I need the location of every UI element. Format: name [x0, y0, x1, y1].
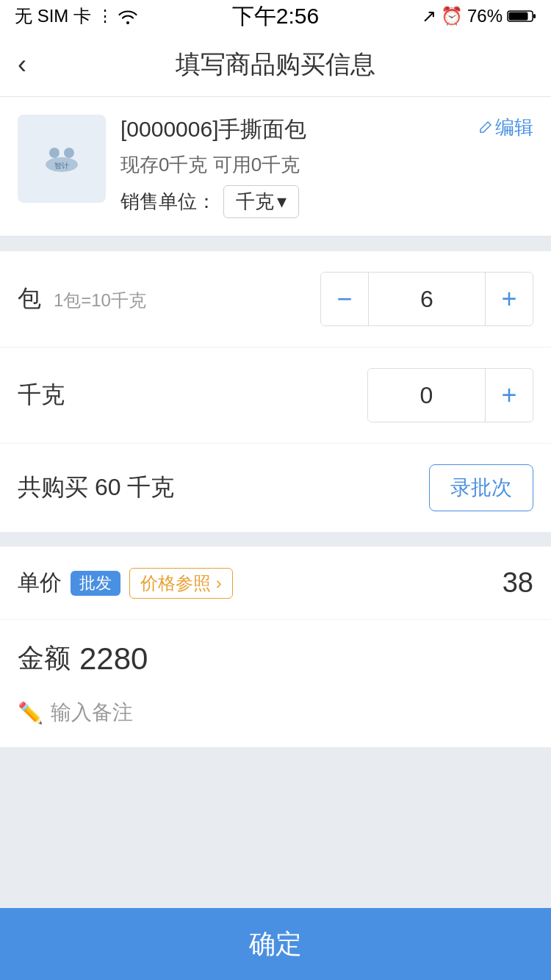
product-unit-row: 销售单位： 千克 ▾ — [120, 185, 533, 218]
battery-icon — [507, 9, 536, 24]
section-divider-1 — [0, 237, 551, 251]
kg-plus-button[interactable]: + — [486, 369, 533, 422]
svg-point-3 — [49, 148, 60, 158]
kg-input-row: 千克 + — [0, 347, 551, 444]
product-stock: 现存0千克 可用0千克 — [120, 152, 533, 178]
status-left: 无 SIM 卡 ⋮ — [15, 4, 138, 28]
bao-sublabel: 1包=10千克 — [54, 290, 146, 310]
unit-select[interactable]: 千克 ▾ — [223, 185, 299, 218]
bao-stepper: − + — [320, 272, 533, 326]
dropdown-icon: ▾ — [277, 190, 287, 213]
edit-icon — [478, 120, 492, 135]
status-time: 下午2:56 — [232, 1, 319, 32]
bao-input[interactable] — [368, 273, 486, 325]
product-name: [0000006]手撕面包 — [120, 115, 533, 145]
pencil-icon: ✏️ — [18, 701, 43, 725]
carrier-label: 无 SIM 卡 — [15, 4, 91, 28]
kg-label: 千克 — [18, 379, 367, 411]
bao-label: 包 1包=10千克 — [18, 283, 320, 315]
confirm-button-label: 确定 — [249, 926, 302, 962]
unit-label: 销售单位： — [120, 189, 216, 215]
batch-button[interactable]: 录批次 — [429, 464, 533, 511]
price-value: 38 — [503, 567, 533, 599]
product-image: 智计 — [18, 115, 106, 203]
alarm-icon: ⏰ — [441, 6, 463, 26]
price-type-badge: 批发 — [71, 571, 120, 596]
location-icon: ↗ — [422, 6, 436, 26]
product-info: [0000006]手撕面包 现存0千克 可用0千克 销售单位： 千克 ▾ — [120, 115, 533, 218]
nav-bar: ‹ 填写商品购买信息 — [0, 32, 551, 97]
note-placeholder: 输入备注 — [51, 699, 133, 727]
edit-button[interactable]: 编辑 — [478, 115, 533, 140]
bao-minus-button[interactable]: − — [321, 273, 368, 325]
bao-plus-button[interactable]: + — [486, 273, 533, 325]
amount-value: 2280 — [79, 641, 148, 677]
amount-row: 金额 2280 — [18, 641, 533, 691]
price-section: 单价 批发 价格参照 › 38 — [0, 547, 551, 619]
price-label: 单价 — [18, 568, 62, 598]
wifi-icon: ⋮ — [97, 7, 138, 26]
section-divider-2 — [0, 532, 551, 547]
svg-text:智计: 智计 — [54, 162, 69, 170]
input-section: 包 1包=10千克 − + 千克 + 共购买 60 千克 录批次 — [0, 251, 551, 532]
amount-section: 金额 2280 ✏️ 输入备注 — [0, 619, 551, 747]
product-card: 智计 [0000006]手撕面包 现存0千克 可用0千克 销售单位： 千克 ▾ … — [0, 97, 551, 237]
page-title: 填写商品购买信息 — [176, 48, 375, 82]
svg-rect-2 — [533, 14, 536, 18]
back-button[interactable]: ‹ — [18, 49, 26, 80]
confirm-bar[interactable]: 确定 — [0, 908, 551, 980]
kg-input[interactable] — [368, 369, 486, 422]
amount-label: 金额 — [18, 641, 71, 677]
status-bar: 无 SIM 卡 ⋮ 下午2:56 ↗ ⏰ 76% — [0, 0, 551, 32]
total-row: 共购买 60 千克 录批次 — [0, 444, 551, 532]
svg-rect-1 — [509, 12, 528, 21]
bao-input-row: 包 1包=10千克 − + — [0, 251, 551, 347]
price-ref-button[interactable]: 价格参照 › — [129, 568, 233, 599]
note-row[interactable]: ✏️ 输入备注 — [18, 691, 533, 747]
kg-stepper: + — [367, 368, 533, 422]
battery-label: 76% — [467, 6, 503, 26]
svg-point-4 — [64, 148, 74, 158]
status-right: ↗ ⏰ 76% — [422, 6, 536, 26]
total-text: 共购买 60 千克 — [18, 472, 174, 504]
